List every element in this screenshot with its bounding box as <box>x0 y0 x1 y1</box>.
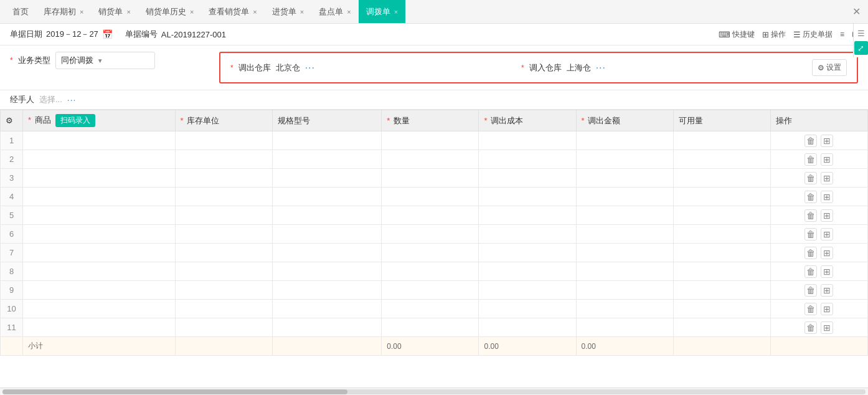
cell-r7-c4[interactable] <box>479 244 576 262</box>
cell-r2-c3[interactable] <box>382 150 479 169</box>
delete-btn-11[interactable]: 🗑 <box>804 321 817 334</box>
horizontal-scrollbar[interactable] <box>0 388 868 395</box>
tab-close-sales-order[interactable]: × <box>126 8 130 16</box>
cell-r7-c3[interactable] <box>382 244 479 262</box>
person-select[interactable]: 选择... <box>39 94 62 105</box>
tab-view-sales[interactable]: 查看销货单× <box>201 0 264 23</box>
cell-r9-c1[interactable] <box>175 281 272 300</box>
cell-r1-c3[interactable] <box>382 131 479 150</box>
copy-btn-10[interactable]: ⊞ <box>821 303 833 315</box>
cell-r6-c6[interactable] <box>673 225 770 244</box>
settings-button[interactable]: ⚙ 设置 <box>812 59 847 76</box>
cell-r2-c4[interactable] <box>479 150 576 169</box>
cell-r4-c4[interactable] <box>479 188 576 206</box>
tab-home[interactable]: 首页 <box>5 0 36 23</box>
cell-r2-c2[interactable] <box>272 150 382 169</box>
history-action[interactable]: ☰ 历史单据 <box>793 29 833 40</box>
cell-r6-c3[interactable] <box>382 225 479 244</box>
tab-close-purchase-order[interactable]: × <box>300 8 304 16</box>
cell-r8-c2[interactable] <box>272 262 382 281</box>
cell-r11-c0[interactable] <box>23 318 176 337</box>
cell-r11-c1[interactable] <box>175 318 272 337</box>
calendar-icon[interactable]: 📅 <box>102 29 113 39</box>
cell-r6-c1[interactable] <box>175 225 272 244</box>
layout-list-action[interactable]: ≡ <box>840 30 844 39</box>
tab-close-transfer-order[interactable]: × <box>394 8 398 16</box>
cell-r6-c5[interactable] <box>576 225 673 244</box>
cell-r7-c1[interactable] <box>175 244 272 262</box>
cell-r10-c5[interactable] <box>576 300 673 318</box>
table-gear-icon[interactable]: ⚙ <box>6 116 13 125</box>
cell-r5-c1[interactable] <box>175 206 272 225</box>
delete-btn-4[interactable]: 🗑 <box>804 191 817 203</box>
cell-r6-c0[interactable] <box>23 225 176 244</box>
cell-r7-c2[interactable] <box>272 244 382 262</box>
cell-r7-c5[interactable] <box>576 244 673 262</box>
delete-btn-9[interactable]: 🗑 <box>804 284 817 297</box>
cell-r9-c2[interactable] <box>272 281 382 300</box>
cell-r10-c3[interactable] <box>382 300 479 318</box>
cell-r11-c2[interactable] <box>272 318 382 337</box>
scan-entry-button[interactable]: 扫码录入 <box>55 114 95 127</box>
cell-r10-c0[interactable] <box>23 300 176 318</box>
cell-r7-c6[interactable] <box>673 244 770 262</box>
tab-sales-order[interactable]: 销货单× <box>91 0 138 23</box>
tab-inventory-check[interactable]: 盘点单× <box>311 0 358 23</box>
copy-btn-7[interactable]: ⊞ <box>821 247 833 259</box>
sidebar-list-icon[interactable]: ☰ <box>854 26 868 40</box>
copy-btn-11[interactable]: ⊞ <box>821 321 833 334</box>
copy-btn-9[interactable]: ⊞ <box>821 284 833 297</box>
cell-r7-c0[interactable] <box>23 244 176 262</box>
sidebar-expand-icon[interactable]: ⤢ <box>854 41 868 55</box>
cell-r2-c0[interactable] <box>23 150 176 169</box>
cell-r3-c1[interactable] <box>175 169 272 188</box>
delete-btn-8[interactable]: 🗑 <box>804 265 817 278</box>
cell-r9-c6[interactable] <box>673 281 770 300</box>
cell-r11-c4[interactable] <box>479 318 576 337</box>
transfer-in-more-btn[interactable]: ··· <box>596 62 606 74</box>
cell-r5-c0[interactable] <box>23 206 176 225</box>
cell-r1-c2[interactable] <box>272 131 382 150</box>
cell-r8-c5[interactable] <box>576 262 673 281</box>
cell-r6-c2[interactable] <box>272 225 382 244</box>
shortcuts-action[interactable]: ⌨ 快捷键 <box>719 29 755 40</box>
cell-r3-c6[interactable] <box>673 169 770 188</box>
cell-r11-c5[interactable] <box>576 318 673 337</box>
cell-r10-c4[interactable] <box>479 300 576 318</box>
cell-r1-c5[interactable] <box>576 131 673 150</box>
cell-r3-c5[interactable] <box>576 169 673 188</box>
transfer-out-value[interactable]: 北京仓 <box>276 62 300 74</box>
copy-btn-8[interactable]: ⊞ <box>821 265 833 278</box>
cell-r6-c4[interactable] <box>479 225 576 244</box>
cell-r4-c1[interactable] <box>175 188 272 206</box>
operations-action[interactable]: ⊞ 操作 <box>762 29 786 40</box>
cell-r2-c6[interactable] <box>673 150 770 169</box>
cell-r8-c6[interactable] <box>673 262 770 281</box>
delete-btn-6[interactable]: 🗑 <box>804 228 817 240</box>
cell-r1-c6[interactable] <box>673 131 770 150</box>
delete-btn-5[interactable]: 🗑 <box>804 209 817 222</box>
window-close-button[interactable]: ✕ <box>849 5 863 19</box>
cell-r8-c4[interactable] <box>479 262 576 281</box>
transfer-in-value[interactable]: 上海仓 <box>567 62 591 74</box>
tab-purchase-order[interactable]: 进货单× <box>265 0 311 23</box>
delete-btn-3[interactable]: 🗑 <box>804 172 817 184</box>
col-header-gear[interactable]: ⚙ <box>1 110 23 131</box>
copy-btn-5[interactable]: ⊞ <box>821 209 833 222</box>
cell-r8-c0[interactable] <box>23 262 176 281</box>
tab-close-inventory-init[interactable]: × <box>80 8 83 16</box>
cell-r5-c5[interactable] <box>576 206 673 225</box>
delete-btn-2[interactable]: 🗑 <box>804 153 817 166</box>
cell-r1-c1[interactable] <box>175 131 272 150</box>
tab-close-view-sales[interactable]: × <box>253 8 257 16</box>
cell-r11-c3[interactable] <box>382 318 479 337</box>
cell-r4-c5[interactable] <box>576 188 673 206</box>
delete-btn-10[interactable]: 🗑 <box>804 303 817 315</box>
transfer-out-more-btn[interactable]: ··· <box>305 62 315 74</box>
tab-inventory-init[interactable]: 库存期初× <box>36 0 91 23</box>
copy-btn-4[interactable]: ⊞ <box>821 191 833 203</box>
cell-r4-c2[interactable] <box>272 188 382 206</box>
cell-r10-c2[interactable] <box>272 300 382 318</box>
copy-btn-1[interactable]: ⊞ <box>821 135 833 147</box>
cell-r1-c0[interactable] <box>23 131 176 150</box>
